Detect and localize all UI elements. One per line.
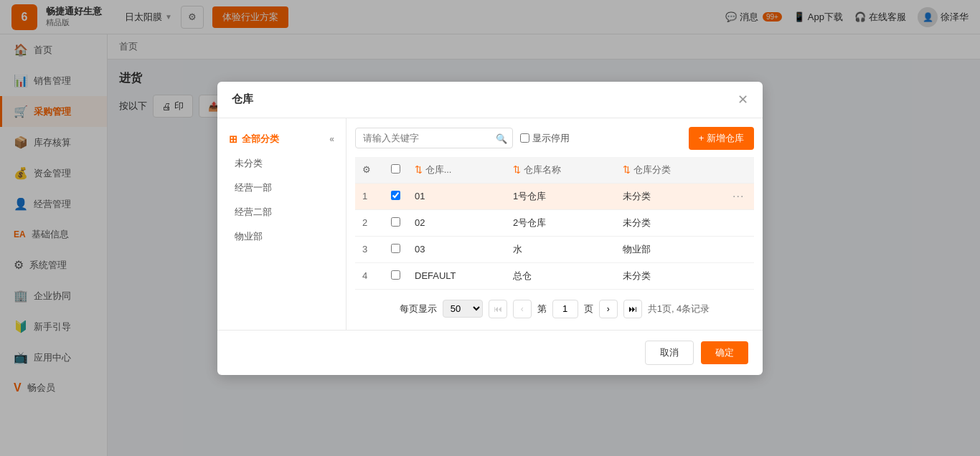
th-settings: ⚙ bbox=[355, 157, 384, 184]
row-actions bbox=[725, 262, 754, 289]
row-num: 2 bbox=[355, 209, 384, 236]
pagination: 每页显示 50 100 ⏮ ‹ 第 页 › ⏭ 共1页, 4条记录 bbox=[355, 290, 754, 321]
add-warehouse-button[interactable]: + 新增仓库 bbox=[689, 127, 754, 150]
row-more-btn[interactable]: ··· bbox=[732, 190, 744, 202]
row-actions bbox=[725, 209, 754, 236]
per-page-select[interactable]: 50 100 bbox=[443, 300, 483, 318]
row-num: 1 bbox=[355, 183, 384, 209]
sort-icon: ⇅ bbox=[415, 164, 423, 175]
row-category: 未分类 bbox=[616, 209, 725, 236]
close-icon[interactable]: ✕ bbox=[738, 92, 748, 108]
row-name: 水 bbox=[506, 236, 616, 262]
table-row[interactable]: 4 DEFAULT 总仓 未分类 bbox=[355, 262, 754, 289]
select-all-checkbox[interactable] bbox=[391, 164, 400, 174]
cancel-button[interactable]: 取消 bbox=[645, 341, 694, 365]
table-row[interactable]: 2 02 2号仓库 未分类 bbox=[355, 209, 754, 236]
table-wrapper: ⚙ ⇅ 仓库... ⇅ 仓库名称 bbox=[355, 157, 754, 290]
modal-title: 仓库 bbox=[232, 92, 253, 106]
modal-overlay: 仓库 ✕ ⊞ 全部分类 « 未分类 经营一部 经营二部 物业部 bbox=[0, 0, 980, 456]
table-panel: 🔍 显示停用 + 新增仓库 ⚙ bbox=[347, 118, 763, 330]
table-header-row: ⚙ ⇅ 仓库... ⇅ 仓库名称 bbox=[355, 157, 754, 184]
row-checkbox[interactable] bbox=[391, 270, 400, 280]
confirm-button[interactable]: 确定 bbox=[701, 341, 748, 364]
collapse-icon[interactable]: « bbox=[329, 134, 334, 144]
row-code: DEFAULT bbox=[407, 262, 506, 289]
row-checkbox-cell bbox=[384, 236, 407, 262]
search-icon[interactable]: 🔍 bbox=[496, 133, 507, 143]
category-dept1[interactable]: 经营一部 bbox=[217, 176, 346, 200]
table-row[interactable]: 3 03 水 物业部 bbox=[355, 236, 754, 262]
category-unclassified[interactable]: 未分类 bbox=[217, 151, 346, 176]
row-code: 03 bbox=[407, 236, 506, 262]
row-actions: ··· bbox=[725, 183, 754, 209]
category-panel: ⊞ 全部分类 « 未分类 经营一部 经营二部 物业部 bbox=[217, 118, 347, 330]
last-page-btn[interactable]: ⏭ bbox=[623, 300, 642, 318]
th-actions bbox=[725, 157, 754, 184]
th-name: ⇅ 仓库名称 bbox=[506, 157, 616, 184]
row-checkbox-cell bbox=[384, 209, 407, 236]
warehouse-modal: 仓库 ✕ ⊞ 全部分类 « 未分类 经营一部 经营二部 物业部 bbox=[217, 82, 763, 375]
show-disabled-wrap: 显示停用 bbox=[520, 132, 570, 145]
sort-icon-cat: ⇅ bbox=[623, 164, 631, 175]
row-category: 未分类 bbox=[616, 262, 725, 289]
row-actions bbox=[725, 236, 754, 262]
search-input[interactable] bbox=[355, 128, 513, 148]
row-num: 3 bbox=[355, 236, 384, 262]
modal-footer: 取消 确定 bbox=[217, 330, 763, 375]
first-page-btn[interactable]: ⏮ bbox=[489, 300, 507, 318]
next-page-btn[interactable]: › bbox=[599, 300, 618, 318]
row-num: 4 bbox=[355, 262, 384, 289]
category-dept2[interactable]: 经营二部 bbox=[217, 200, 346, 224]
show-disabled-checkbox[interactable] bbox=[520, 133, 529, 143]
row-name: 总仓 bbox=[506, 262, 616, 289]
row-category: 未分类 bbox=[616, 183, 725, 209]
row-checkbox-cell bbox=[384, 183, 407, 209]
row-code: 02 bbox=[407, 209, 506, 236]
th-checkbox bbox=[384, 157, 407, 184]
row-checkbox[interactable] bbox=[391, 217, 400, 227]
prev-page-btn[interactable]: ‹ bbox=[513, 300, 532, 318]
sort-icon-name: ⇅ bbox=[513, 164, 521, 175]
category-property[interactable]: 物业部 bbox=[217, 224, 346, 249]
row-checkbox[interactable] bbox=[391, 191, 400, 200]
th-category: ⇅ 仓库分类 bbox=[616, 157, 725, 184]
modal-header: 仓库 ✕ bbox=[217, 82, 763, 118]
table-row[interactable]: 1 01 1号仓库 未分类 ··· bbox=[355, 183, 754, 209]
th-code: ⇅ 仓库... bbox=[407, 157, 506, 184]
row-name: 1号仓库 bbox=[506, 183, 616, 209]
search-bar: 🔍 显示停用 + 新增仓库 bbox=[355, 127, 754, 150]
row-code: 01 bbox=[407, 183, 506, 209]
grid-icon: ⊞ bbox=[229, 133, 237, 145]
row-checkbox[interactable] bbox=[391, 244, 400, 253]
row-checkbox-cell bbox=[384, 262, 407, 289]
search-input-wrap: 🔍 bbox=[355, 128, 513, 148]
row-name: 2号仓库 bbox=[506, 209, 616, 236]
page-input[interactable] bbox=[552, 300, 578, 318]
row-category: 物业部 bbox=[616, 236, 725, 262]
warehouse-table: ⚙ ⇅ 仓库... ⇅ 仓库名称 bbox=[355, 157, 754, 290]
all-categories[interactable]: ⊞ 全部分类 « bbox=[217, 127, 346, 151]
modal-body: ⊞ 全部分类 « 未分类 经营一部 经营二部 物业部 🔍 bbox=[217, 118, 763, 330]
